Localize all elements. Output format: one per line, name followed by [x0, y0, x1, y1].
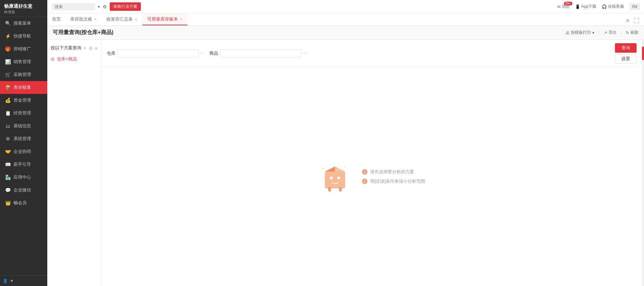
app-subtitle: 标准版: [4, 9, 43, 15]
tabs-container: 首页库存批次账×收发存汇总表×可用量库存账本×: [47, 14, 187, 25]
sidebar-item-enterprise[interactable]: 🤝企业协同: [0, 145, 47, 158]
tab-label-home: 首页: [52, 16, 61, 22]
sidebar-bottom: 👤 ▼: [0, 276, 47, 286]
app-download-btn[interactable]: 📱 App下载: [575, 4, 596, 9]
filter-header: 按以下方案查询 + ⊙ «: [47, 43, 101, 54]
hint2: 2 用[过滤]条件来缩小分析范围: [362, 178, 425, 184]
filter-row: 仓库 ··· 商品 ··· 查询 设置: [101, 40, 642, 67]
settings-btn[interactable]: 设置: [615, 54, 637, 63]
phone-icon: 📱: [575, 4, 580, 9]
refresh-icon: ↻: [626, 30, 629, 35]
collapse-panel-btn[interactable]: «: [95, 45, 98, 51]
svg-rect-0: [325, 172, 345, 188]
sidebar-item-marketing-promo[interactable]: 🎁营销推广: [0, 43, 47, 55]
topbar: ▾ ⚙ 体验行业方案 ✉ 消息 99+ 📱 App下载 🎧 在线客服 Rit: [47, 0, 644, 14]
svg-rect-6: [339, 187, 342, 191]
search-input[interactable]: [51, 3, 95, 10]
tab-available-stock[interactable]: 可用量库存账本×: [143, 14, 187, 25]
print-btn[interactable]: 🖨 按模板打印 ▾: [565, 30, 594, 35]
sidebar-icon-basic: 🗂: [5, 123, 11, 129]
filter-action-buttons: 查询 设置: [615, 43, 637, 63]
close-window-btn[interactable]: ✕: [624, 16, 631, 25]
warehouse-more-btn[interactable]: ···: [201, 51, 204, 56]
sidebar-item-newbie[interactable]: 📖新手引导: [0, 158, 47, 171]
scrollbar[interactable]: [642, 40, 644, 286]
username-label: Rit: [632, 4, 637, 9]
messages-btn[interactable]: ✉ 消息 99+: [557, 4, 570, 9]
page-content: 可用量查询(按仓库+商品) 🖨 按模板打印 ▾ | ↗ 导出 | ↻ 刷新: [47, 26, 644, 286]
tab-home[interactable]: 首页: [47, 14, 66, 25]
service-label: 在线客服: [608, 4, 624, 9]
warehouse-field: 仓库 ···: [107, 49, 204, 57]
tab-label-available-stock: 可用量库存账本: [147, 16, 178, 22]
sidebar-icon-appstore: 🏪: [5, 175, 11, 180]
headset-icon: 🎧: [602, 4, 607, 9]
product-field: 商品 ···: [209, 49, 307, 57]
sidebar-item-system[interactable]: ⚙系统管理: [0, 132, 47, 145]
sidebar-label-basic: 基础信息: [14, 123, 31, 129]
industry-solution-btn[interactable]: 体验行业方案: [110, 2, 141, 11]
query-btn[interactable]: 查询: [615, 43, 637, 53]
refresh-btn[interactable]: ↻ 刷新: [626, 30, 639, 35]
sidebar-icon-inventory: 📦: [5, 85, 11, 90]
sidebar-label-marketing-promo: 营销推广: [14, 46, 31, 52]
tab-batch-account[interactable]: 库存批次账×: [66, 14, 102, 25]
product-input[interactable]: [220, 49, 301, 57]
scheme-item-warehouse-product[interactable]: ⊙ 仓库+商品: [47, 54, 101, 64]
search-dropdown-btn[interactable]: ▾: [98, 4, 100, 9]
sidebar-item-sales[interactable]: 📊销售管理: [0, 55, 47, 68]
expand-window-btn[interactable]: ⛶: [633, 17, 641, 25]
print-icon: 🖨: [565, 30, 569, 35]
sidebar-item-appstore[interactable]: 🏪应用中心: [0, 171, 47, 184]
sidebar-scroll-down[interactable]: ▼: [10, 279, 14, 283]
settings-gear-btn[interactable]: ⚙: [103, 4, 107, 9]
tab-stock-summary[interactable]: 收发存汇总表×: [102, 14, 142, 25]
hint2-text: 用[过滤]条件来缩小分析范围: [370, 178, 425, 184]
sidebar-item-operation[interactable]: 📋经营管理: [0, 107, 47, 120]
sidebar-nav: 🔍搜索菜单⚡快捷导航🎁营销推广📊销售管理🛒采购管理📦库存核算💰资金管理📋经营管理…: [0, 17, 47, 276]
sidebar-item-shortcut[interactable]: ⚡快捷导航: [0, 30, 47, 43]
main-area: ▾ ⚙ 体验行业方案 ✉ 消息 99+ 📱 App下载 🎧 在线客服 Rit 首…: [47, 0, 644, 286]
sidebar-item-wechat[interactable]: 💬企业微信: [0, 184, 47, 197]
sidebar-item-inventory[interactable]: 📦库存核算: [0, 81, 47, 94]
scheme-item-icon: ⊙: [51, 56, 55, 62]
sidebar-label-sales: 销售管理: [14, 59, 31, 65]
sidebar-label-shortcut: 快捷导航: [14, 33, 31, 39]
online-service-btn[interactable]: 🎧 在线客服: [602, 4, 624, 9]
svg-marker-1: [325, 166, 335, 172]
filter-scheme-panel: 按以下方案查询 + ⊙ « ⊙ 仓库+商品: [47, 40, 101, 286]
user-info[interactable]: Rit: [629, 3, 640, 10]
tabs-bar: 首页库存批次账×收发存汇总表×可用量库存账本× ✕ ⛶: [47, 14, 644, 26]
message-icon: ✉: [557, 4, 561, 9]
sidebar-label-inventory: 库存核算: [14, 84, 31, 90]
sidebar-item-funds[interactable]: 💰资金管理: [0, 94, 47, 107]
sidebar-item-purchase[interactable]: 🛒采购管理: [0, 68, 47, 81]
warehouse-input[interactable]: [118, 49, 199, 57]
tab-close-available-stock[interactable]: ×: [179, 17, 183, 22]
tab-close-batch-account[interactable]: ×: [94, 17, 97, 22]
add-scheme-btn[interactable]: +: [83, 45, 87, 51]
filter-header-label: 按以下方案查询: [51, 45, 81, 51]
divider2: |: [621, 30, 622, 35]
main-content: 按以下方案查询 + ⊙ « ⊙ 仓库+商品 仓库: [47, 40, 644, 286]
tab-close-stock-summary[interactable]: ×: [134, 17, 137, 22]
sidebar-icon-purchase: 🛒: [5, 72, 11, 77]
page-header: 可用量查询(按仓库+商品) 🖨 按模板打印 ▾ | ↗ 导出 | ↻ 刷新: [47, 26, 644, 40]
sidebar-label-search: 搜索菜单: [14, 20, 31, 26]
sidebar-icon-member: 👑: [5, 200, 11, 206]
product-more-btn[interactable]: ···: [303, 51, 307, 56]
sidebar-label-wechat: 企业微信: [14, 187, 31, 193]
sidebar-item-basic[interactable]: 🗂基础信息: [0, 120, 47, 132]
query-panel: 仓库 ··· 商品 ··· 查询 设置: [101, 40, 642, 286]
sidebar-label-operation: 经营管理: [14, 110, 31, 116]
scheme-settings-btn[interactable]: ⊙: [88, 45, 94, 51]
sidebar-item-search[interactable]: 🔍搜索菜单: [0, 17, 47, 30]
sidebar-item-member[interactable]: 👑畅会员: [0, 197, 47, 209]
page-header-actions: 🖨 按模板打印 ▾ | ↗ 导出 | ↻ 刷新: [565, 30, 639, 35]
scrollbar-thumb: [642, 47, 644, 60]
sidebar-icon-sales: 📊: [5, 59, 11, 64]
sidebar-icon-funds: 💰: [5, 98, 11, 103]
sidebar-label-member: 畅会员: [14, 200, 27, 206]
export-btn[interactable]: ↗ 导出: [604, 30, 617, 35]
step2-badge: 2: [362, 179, 367, 184]
